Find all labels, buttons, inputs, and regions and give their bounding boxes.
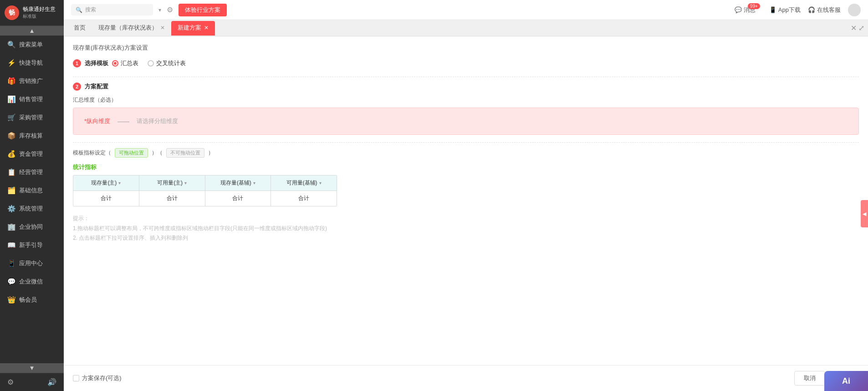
sidebar-item-enterprise-wechat[interactable]: 💬 企业微信 [0, 273, 64, 291]
stats-table: 现存量(主) ▾ 可用量(主) ▾ 现存量(基辅) ▾ 可用量(基辅) [73, 175, 337, 206]
sidebar-item-basic-info[interactable]: 🗂️ 基础信息 [0, 181, 64, 200]
basic-info-icon: 🗂️ [7, 186, 15, 195]
sidebar-item-enterprise[interactable]: 🏢 企业协同 [0, 218, 64, 236]
sidebar-item-app-center[interactable]: 📱 应用中心 [0, 254, 64, 273]
dimension-required: *纵向维度 [84, 117, 110, 125]
messages-btn[interactable]: 💬 消息 99+ [735, 6, 756, 14]
tab-expand-icon[interactable]: ⤢ [858, 24, 864, 32]
sidebar-item-new-guide[interactable]: 📖 新手引导 [0, 236, 64, 254]
stats-header-col1[interactable]: 现存量(主) ▾ [73, 175, 139, 190]
sidebar-item-label: 快捷导航 [19, 59, 43, 67]
tab-new-plan[interactable]: 新建方案 ✕ [171, 21, 215, 36]
indicator-settings-row: 模板指标设定（ 可拖动位置 ）（ 不可拖动位置 ） [73, 148, 859, 158]
main-area: 🔍 搜索 ▾ ⚙ 体验行业方案 💬 消息 99+ 📱 App下载 🎧 在线客服 [64, 0, 868, 391]
app-center-icon: 📱 [7, 259, 15, 268]
sidebar: 畅 畅康通好生意 标准版 ▲ 🔍 搜索菜单 ⚡ 快捷导航 🎁 营销推广 📊 销售… [0, 0, 64, 391]
section2-header: 2 方案配置 [73, 82, 859, 91]
sidebar-item-operation[interactable]: 📋 经营管理 [0, 163, 64, 181]
stats-cell-r1c1: 合计 [73, 190, 139, 206]
tab-new-plan-close[interactable]: ✕ [204, 25, 209, 31]
save-checkbox[interactable] [73, 375, 79, 381]
dimension-box[interactable]: *纵向维度 —— 请选择分组维度 [73, 108, 859, 135]
sidebar-item-quick-nav[interactable]: ⚡ 快捷导航 [0, 54, 64, 72]
save-label: 方案保存(可选) [82, 374, 122, 382]
movable-tag: 可拖动位置 [115, 148, 148, 158]
chevron-down-icon-3: ▾ [253, 180, 255, 185]
system-icon: ⚙️ [7, 205, 15, 213]
inventory-icon: 📦 [7, 132, 15, 140]
sidebar-footer: ⚙ 🔊 [0, 373, 64, 391]
tab-inventory-close[interactable]: ✕ [160, 25, 165, 31]
radio-cross-label: 交叉统计表 [156, 59, 186, 67]
sales-icon: 📊 [7, 95, 15, 103]
tabbar: 首页 现存量（库存状况表） ✕ 新建方案 ✕ ✕ ⤢ [64, 20, 868, 36]
radio-summary[interactable]: 汇总表 [112, 59, 138, 67]
section2-title: 方案配置 [85, 82, 108, 91]
trial-btn[interactable]: 体验行业方案 [179, 4, 227, 16]
tab-inventory-status-label: 现存量（库存状况表） [98, 24, 158, 32]
app-download-btn[interactable]: 📱 App下载 [769, 6, 801, 14]
quick-nav-icon: ⚡ [7, 59, 15, 67]
stats-header-col2[interactable]: 可用量(主) ▾ [139, 175, 205, 190]
sidebar-item-purchase[interactable]: 🛒 采购管理 [0, 108, 64, 127]
sidebar-item-sales[interactable]: 📊 销售管理 [0, 90, 64, 108]
indicator-settings-suffix: ） [208, 149, 214, 157]
sidebar-item-marketing[interactable]: 🎁 营销推广 [0, 72, 64, 90]
sidebar-item-label: 库存核算 [19, 132, 43, 140]
sidebar-item-search-menu[interactable]: 🔍 搜索菜单 [0, 36, 64, 54]
sidebar-scroll-up[interactable]: ▲ [0, 26, 64, 36]
bottom-bar: 方案保存(可选) 取消 查询 [64, 365, 868, 391]
cancel-button[interactable]: 取消 [794, 371, 825, 386]
operation-icon: 📋 [7, 168, 15, 176]
sidebar-item-system[interactable]: ⚙️ 系统管理 [0, 200, 64, 218]
chevron-down-icon-2: ▾ [184, 180, 187, 185]
service-btn[interactable]: 🎧 在线客服 [808, 6, 841, 14]
sidebar-item-label: 应用中心 [19, 259, 43, 268]
tab-home-label: 首页 [74, 24, 86, 32]
right-panel-toggle[interactable]: ◀ [861, 200, 868, 227]
sidebar-item-label: 畅会员 [19, 296, 37, 304]
gear-icon[interactable]: ⚙ [167, 5, 173, 14]
sidebar-item-label: 资金管理 [19, 150, 43, 158]
tips-item2: 2. 点击标题栏下拉可设置排序、插入列和删除列 [73, 233, 859, 243]
settings-icon[interactable]: ⚙ [7, 378, 14, 386]
stats-label: 统计指标 [73, 163, 859, 171]
topbar: 🔍 搜索 ▾ ⚙ 体验行业方案 💬 消息 99+ 📱 App下载 🎧 在线客服 [64, 0, 868, 20]
logo-text: 畅康通好生意 标准版 [23, 6, 56, 20]
sidebar-item-finance[interactable]: 💰 资金管理 [0, 145, 64, 163]
dimension-group-label: 汇总维度（必选） [73, 96, 859, 104]
ai-label: Ai [842, 376, 850, 386]
stats-header-col3[interactable]: 现存量(基辅) ▾ [205, 175, 271, 190]
enterprise-icon: 🏢 [7, 223, 15, 231]
indicator-settings-label: 模板指标设定（ [73, 149, 111, 157]
ai-float-button[interactable]: Ai [824, 371, 868, 391]
marketing-icon: 🎁 [7, 77, 15, 85]
sidebar-item-member[interactable]: 👑 畅会员 [0, 291, 64, 309]
tips-title: 提示： [73, 215, 89, 221]
divider1 [73, 77, 859, 77]
tab-home[interactable]: 首页 [67, 21, 92, 36]
enterprise-wechat-icon: 💬 [7, 278, 15, 286]
section2-num: 2 [73, 82, 81, 91]
content-area: 现存量(库存状况表)方案设置 1 选择模板 汇总表 交叉统计表 [64, 36, 868, 391]
speaker-icon[interactable]: 🔊 [47, 378, 56, 386]
indicator-settings-middle: ）（ [152, 149, 163, 157]
purchase-icon: 🛒 [7, 113, 15, 122]
tab-inventory-status[interactable]: 现存量（库存状况表） ✕ [92, 21, 171, 36]
search-box[interactable]: 🔍 搜索 [71, 4, 153, 15]
dropdown-icon[interactable]: ▾ [158, 7, 161, 13]
avatar[interactable] [848, 4, 861, 16]
stats-header-col1-label: 现存量(主) [91, 179, 117, 187]
sidebar-scroll-down[interactable]: ▼ [0, 363, 64, 373]
section1-header: 1 选择模板 汇总表 交叉统计表 [73, 59, 859, 67]
radio-cross[interactable]: 交叉统计表 [148, 59, 186, 67]
sidebar-item-inventory[interactable]: 📦 库存核算 [0, 127, 64, 145]
sidebar-item-label: 企业微信 [19, 278, 43, 286]
section1-num: 1 [73, 59, 81, 67]
template-radio-group: 汇总表 交叉统计表 [112, 59, 186, 67]
stats-header-col4[interactable]: 可用量(基辅) ▾ [271, 175, 337, 190]
chevron-down-icon-4: ▾ [319, 180, 322, 185]
sidebar-item-label: 搜索菜单 [19, 41, 43, 49]
chevron-down-icon-1: ▾ [118, 180, 121, 185]
tab-close-all-icon[interactable]: ✕ [851, 24, 857, 32]
